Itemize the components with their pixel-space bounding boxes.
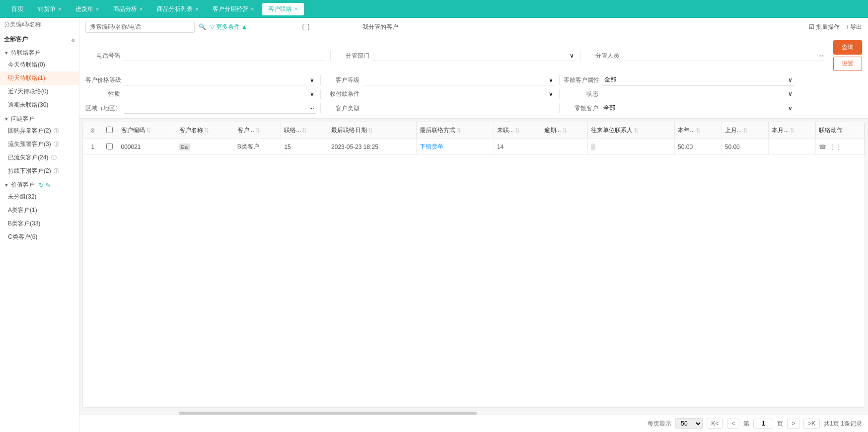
first-page-btn[interactable]: K< (707, 419, 723, 429)
last-page-btn[interactable]: >K (803, 419, 820, 429)
customer-table-area: ⚙ 客户编码 ⇅ 客户名称 (82, 122, 865, 408)
th-this-month[interactable]: 本月... ⇅ (769, 122, 816, 139)
th-last-contact-date[interactable]: 最后联络日期 ⇅ (328, 122, 417, 139)
more-action-icon[interactable]: ⋮⋮ (829, 144, 841, 150)
th-last-month[interactable]: 上月... ⇅ (722, 122, 769, 139)
customer-type-select[interactable] (362, 107, 556, 110)
last-contact-link[interactable]: 下销货单 (420, 143, 443, 150)
section-arrow-2: ▼ (4, 116, 9, 122)
prev-page-btn[interactable]: < (727, 419, 739, 429)
sidebar-item-churn-warning[interactable]: 流失预警客户(3) ⓘ (0, 138, 79, 151)
filter-row-3: 性质 ∨ 收付款条件 ∨ 状态 (85, 89, 862, 99)
edit-icon[interactable]: ✎ (46, 182, 51, 189)
per-page-label: 每页显示 (648, 420, 671, 428)
search-input[interactable] (85, 21, 195, 33)
refresh-icon[interactable]: ↻ (39, 182, 44, 189)
export-btn[interactable]: ↑ 导出 (846, 23, 862, 31)
th-last-contact-method[interactable]: 最后联络方式 ⇅ (417, 122, 494, 139)
th-overdue[interactable]: 逾期... ⇅ (541, 122, 588, 139)
nature-field: 性质 ∨ (85, 89, 316, 99)
filter-icon: ▽ (210, 23, 215, 30)
retail-attr-select[interactable]: 全部 ∨ (602, 74, 795, 86)
th-unit-contact[interactable]: 往来单位联系人 ⇅ (588, 122, 675, 139)
sidebar-search-input[interactable] (4, 21, 78, 28)
nav-home[interactable]: 首页 (5, 2, 30, 15)
contact-action-icon[interactable]: ☎ (819, 144, 826, 150)
section-problem-customers[interactable]: ▼ 问题客户 (0, 112, 79, 124)
horizontal-scrollbar[interactable] (79, 411, 868, 415)
nav-customer-contact[interactable]: 客户联络 ✕ (262, 3, 304, 15)
query-button[interactable]: 查询 (833, 40, 862, 55)
page-input[interactable] (753, 419, 773, 429)
sidebar-item-churned[interactable]: 已流失客户(24) ⓘ (0, 151, 79, 164)
nav-sales-order[interactable]: 销货单 ✕ (32, 3, 68, 15)
sidebar-item-ungrouped[interactable]: 未分组(32) (0, 190, 79, 204)
nav-purchase[interactable]: 进货单 ✕ (70, 3, 105, 15)
th-customer-code[interactable]: 客户编码 ⇅ (118, 122, 176, 139)
settings-icon[interactable]: ⚙ (90, 127, 95, 134)
divider-4 (559, 75, 560, 85)
extended-filters: 电话号码 分管部门 ∨ 分管人员 ··· (79, 36, 868, 119)
nav-close-customer-contact[interactable]: ✕ (294, 6, 298, 12)
th-checkbox[interactable] (103, 122, 118, 139)
page-label: 第 (743, 420, 749, 428)
search-btn[interactable]: 🔍 (199, 23, 206, 30)
td-checkbox[interactable] (103, 139, 118, 155)
th-customer-name[interactable]: 客户名称 ⇅ (176, 122, 234, 139)
nav-close-purchase[interactable]: ✕ (95, 6, 99, 12)
nav-customer-layered[interactable]: 客户分层经营 ✕ (207, 3, 260, 15)
th-contact[interactable]: 联络... ⇅ (281, 122, 328, 139)
my-customers-checkbox[interactable] (251, 24, 361, 30)
region-select[interactable]: ··· (124, 103, 316, 114)
retail-customer-select[interactable]: 全部 ∨ (601, 102, 795, 114)
all-customers-header[interactable]: 全部客户 « (0, 31, 79, 46)
settings-button[interactable]: 设置 (833, 57, 862, 71)
branch-dept-select[interactable]: ∨ (372, 51, 576, 61)
branch-person-select[interactable]: ··· (622, 51, 825, 61)
payment-terms-field: 收付款条件 ∨ (325, 89, 556, 99)
more-conditions-btn[interactable]: ▽ 更多条件 ▲ (210, 23, 247, 31)
th-no-contact[interactable]: 未联... ⇅ (494, 122, 541, 139)
region-label: 区域（地区） (85, 104, 121, 113)
nav-close-product-list[interactable]: ✕ (195, 6, 199, 12)
scrollbar-thumb[interactable] (179, 412, 477, 415)
sidebar-item-declining[interactable]: 持续下滑客户(2) ⓘ (0, 164, 79, 178)
customer-price-select[interactable]: ∨ (124, 75, 316, 85)
th-this-year[interactable]: 本年... ⇅ (675, 122, 722, 139)
main-layout: 🔍 全部客户 « ▼ 待联络客户 今天待联络(0) 明天待联络(1) 近7天待联… (0, 18, 868, 432)
sidebar-item-a-class[interactable]: A类客户(1) (0, 204, 79, 217)
sidebar-item-tomorrow-contact[interactable]: 明天待联络(1) (0, 72, 79, 85)
sidebar-item-today-contact[interactable]: 今天待联络(0) (0, 58, 79, 72)
nav-close-product-analysis[interactable]: ✕ (139, 6, 143, 12)
row-checkbox[interactable] (106, 143, 113, 149)
customer-level-select[interactable]: ∨ (362, 75, 556, 85)
section-pending-contact[interactable]: ▼ 待联络客户 (0, 46, 79, 58)
status-field: 状态 ∨ (564, 89, 795, 99)
sidebar-item-overdue-contact[interactable]: 逾期未联络(30) (0, 98, 79, 112)
next-page-btn[interactable]: > (787, 419, 799, 429)
bulk-ops-btn[interactable]: ☑ 批量操作 (809, 23, 840, 31)
nature-select[interactable]: ∨ (123, 89, 316, 99)
sidebar-item-c-class[interactable]: C类客户(6) (0, 230, 79, 244)
th-settings[interactable]: ⚙ (83, 122, 103, 139)
sidebar-item-b-class[interactable]: B类客户(33) (0, 217, 79, 230)
select-all-checkbox[interactable] (106, 127, 113, 133)
phone-input[interactable] (123, 51, 326, 61)
sidebar-item-7days-contact[interactable]: 近7天待联络(0) (0, 85, 79, 98)
sort-icon-year: ⇅ (696, 127, 701, 134)
my-customers-checkbox-label[interactable]: 我分管的客户 (251, 23, 398, 31)
payment-select[interactable]: ∨ (362, 89, 556, 99)
section-value-customers[interactable]: ▼ 价值客户 ↻ ✎ (0, 178, 79, 190)
sidebar-item-repurchase-abnormal[interactable]: 回购异常客户(2) ⓘ (0, 124, 79, 138)
filter-row-4: 区域（地区） ··· 客户类型 零散客户 (85, 102, 862, 114)
per-page-select[interactable]: 50 100 200 (675, 418, 703, 429)
nav-product-analysis-list[interactable]: 商品分析列表 ✕ (151, 3, 205, 15)
customer-type-field: 客户类型 (325, 104, 556, 113)
nav-close-sales[interactable]: ✕ (58, 6, 62, 12)
collapse-icon[interactable]: « (71, 36, 75, 44)
nav-product-analysis[interactable]: 商品分析 ✕ (107, 3, 149, 15)
chevron-down-icon-6: ∨ (549, 90, 553, 97)
status-select[interactable]: ∨ (601, 89, 795, 99)
th-customer-type[interactable]: 客户... ⇅ (234, 122, 281, 139)
nav-close-customer-layered[interactable]: ✕ (250, 6, 254, 12)
